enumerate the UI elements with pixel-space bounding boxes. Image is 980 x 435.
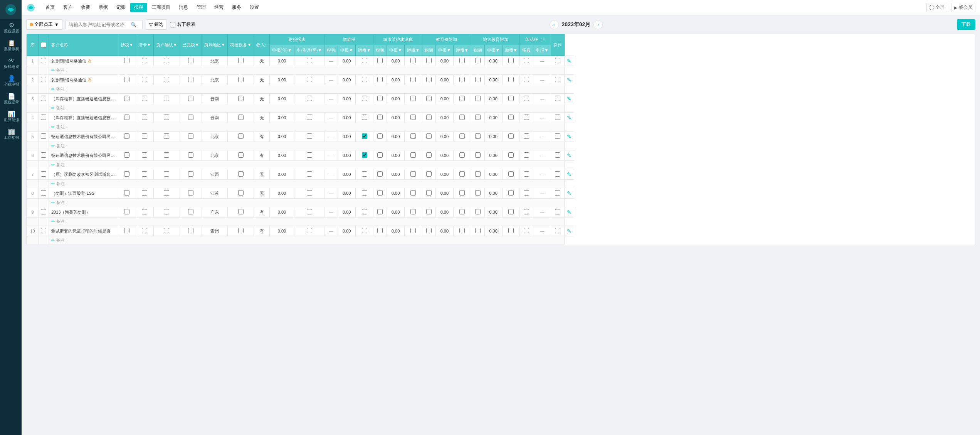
vat-report-checkbox[interactable] [362,171,367,177]
action-cell[interactable]: ✎ [565,75,574,85]
vat-fee-checkbox[interactable] [377,190,383,196]
owner-confirm-cell[interactable] [153,132,180,142]
owner-confirm-cell[interactable] [153,188,180,199]
city-report-checkbox[interactable] [410,171,416,177]
vat-fee-cell[interactable] [373,94,387,104]
tax-copy-checkbox[interactable] [124,58,129,63]
vat-fee-cell[interactable] [373,132,387,142]
local-fee-cell[interactable] [520,207,533,218]
already-reported-cell[interactable] [180,75,202,85]
edit-row-icon[interactable]: ✎ [567,77,572,83]
edu-fee-checkbox[interactable] [475,96,481,101]
city-fee-checkbox[interactable] [426,58,432,63]
tax-equipment-cell[interactable] [228,75,254,85]
filter-button[interactable]: ▽ 筛选 [146,19,167,30]
clear-card-cell[interactable] [136,94,153,104]
note-edit-icon[interactable]: ✏ [51,125,55,130]
local-report-cell[interactable] [502,150,520,161]
action-cell[interactable]: ✎ [565,207,574,218]
edu-report-cell[interactable] [453,188,471,199]
edu-fee-checkbox[interactable] [475,152,481,158]
financial-year-cell[interactable] [294,132,324,142]
th-local-fee[interactable]: 缴费▼ [502,45,520,56]
tax-copy-cell[interactable] [118,56,136,66]
local-fee-checkbox[interactable] [524,171,529,177]
th-stamp-report[interactable]: 申报▼ [533,45,551,56]
local-report-checkbox[interactable] [508,58,514,63]
action-cell[interactable]: ✎ [565,113,574,123]
city-fee-cell[interactable] [422,169,435,180]
vat-fee-checkbox[interactable] [377,209,383,214]
local-fee-cell[interactable] [520,94,533,104]
name-table-checkbox[interactable] [170,22,175,27]
tax-equipment-checkbox[interactable] [238,152,244,158]
city-fee-checkbox[interactable] [426,228,432,233]
already-reported-checkbox[interactable] [188,133,193,139]
clear-card-checkbox[interactable] [142,77,147,82]
edu-report-cell[interactable] [453,169,471,180]
city-fee-checkbox[interactable] [426,209,432,214]
already-reported-cell[interactable] [180,169,202,180]
row-select-checkbox[interactable] [41,115,46,120]
vat-report-cell[interactable] [356,207,373,218]
clear-card-checkbox[interactable] [142,190,147,196]
stamp-report-cell[interactable] [551,188,565,199]
vat-fee-cell[interactable] [373,75,387,85]
th-income[interactable]: 收入↑ [254,34,270,56]
local-report-cell[interactable] [502,94,520,104]
edu-fee-checkbox[interactable] [475,190,481,196]
edu-fee-cell[interactable] [471,226,484,236]
tax-copy-checkbox[interactable] [124,190,129,196]
local-fee-checkbox[interactable] [524,190,529,196]
fullscreen-button[interactable]: ⛶ 全屏 [926,3,947,12]
already-reported-cell[interactable] [180,132,202,142]
action-cell[interactable]: ✎ [565,94,574,104]
owner-confirm-cell[interactable] [153,169,180,180]
tax-copy-checkbox[interactable] [124,133,129,139]
th-tax-copy[interactable]: 抄税▼ [118,34,136,56]
already-reported-checkbox[interactable] [188,115,193,120]
vat-fee-cell[interactable] [373,207,387,218]
financial-year-checkbox[interactable] [307,228,312,233]
customer-search[interactable]: 🔍 [66,20,143,29]
local-report-checkbox[interactable] [508,77,514,82]
edit-row-icon[interactable]: ✎ [567,228,572,234]
clear-card-cell[interactable] [136,113,153,123]
tax-copy-cell[interactable] [118,75,136,85]
row-select-checkbox[interactable] [41,58,46,63]
city-fee-checkbox[interactable] [426,115,432,120]
city-report-checkbox[interactable] [410,209,416,214]
vat-report-checkbox[interactable] [362,133,367,139]
stamp-report-checkbox[interactable] [555,209,560,214]
vat-fee-checkbox[interactable] [377,77,383,82]
city-report-cell[interactable] [405,150,422,161]
action-cell[interactable]: ✎ [565,226,574,236]
financial-year-checkbox[interactable] [307,77,312,82]
stamp-report-checkbox[interactable] [555,133,560,139]
financial-year-cell[interactable] [294,169,324,180]
city-fee-checkbox[interactable] [426,171,432,177]
vat-report-cell[interactable] [356,75,373,85]
clear-card-cell[interactable] [136,188,153,199]
tax-equipment-checkbox[interactable] [238,171,244,177]
city-fee-checkbox[interactable] [426,133,432,139]
stamp-report-cell[interactable] [551,207,565,218]
row-select[interactable] [39,56,49,66]
tax-equipment-checkbox[interactable] [238,209,244,214]
next-month-button[interactable]: › [593,20,603,29]
sidebar-item-settlement[interactable]: 📊 汇算清缴 [0,108,22,126]
note-edit-icon[interactable]: ✏ [51,200,55,205]
local-fee-checkbox[interactable] [524,96,529,101]
clear-card-checkbox[interactable] [142,58,147,63]
local-fee-cell[interactable] [520,56,533,66]
edu-fee-cell[interactable] [471,188,484,199]
tax-equipment-checkbox[interactable] [238,77,244,82]
sidebar-item-annual-report[interactable]: 🏢 工商年报 [0,126,22,143]
local-report-cell[interactable] [502,188,520,199]
th-region[interactable]: 所属地区▼ [202,34,228,56]
local-fee-checkbox[interactable] [524,115,529,120]
already-reported-cell[interactable] [180,226,202,236]
tax-copy-checkbox[interactable] [124,209,129,214]
city-report-checkbox[interactable] [410,190,416,196]
stamp-report-cell[interactable] [551,56,565,66]
